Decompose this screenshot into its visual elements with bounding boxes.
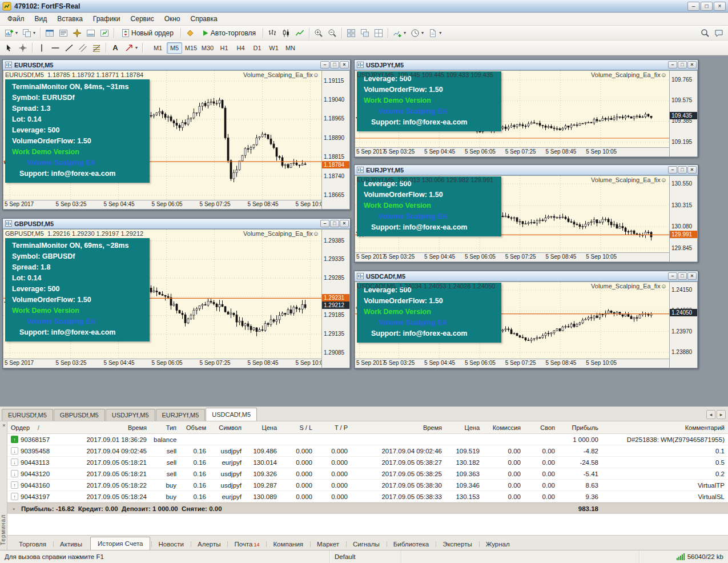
terminal-tab-3[interactable]: Новости xyxy=(151,538,191,550)
menu-item-0[interactable]: Файл xyxy=(2,13,30,25)
chart-close-button[interactable]: × xyxy=(687,61,697,69)
cursor-tool-button[interactable] xyxy=(2,42,16,54)
periods-button[interactable]: ▾ xyxy=(408,27,426,39)
strategy-tester-button[interactable] xyxy=(98,27,111,39)
data-window-button[interactable] xyxy=(57,27,70,39)
chart-tab-2[interactable]: USDJPYf,M5 xyxy=(106,409,155,421)
tabs-scroll-left-button[interactable]: ◂ xyxy=(706,410,715,419)
time-axis[interactable]: 5 Sep 20175 Sep 03:255 Sep 04:455 Sep 06… xyxy=(355,253,670,262)
history-row[interactable]: ↑904431972017.09.05 05:18:24buy0.16eurjp… xyxy=(7,491,728,502)
terminal-tab-5[interactable]: Почта14 xyxy=(227,538,266,550)
timeframe-button-m15[interactable]: M15 xyxy=(183,42,199,54)
minimize-button[interactable]: – xyxy=(687,2,699,11)
chart-restore-button[interactable]: □ xyxy=(678,272,687,280)
metaeditor-button[interactable] xyxy=(183,27,197,39)
restore-button[interactable]: □ xyxy=(701,2,713,11)
chart-close-button[interactable]: × xyxy=(687,166,697,174)
line-chart-button[interactable] xyxy=(293,27,307,39)
column-header-8[interactable]: Время xyxy=(351,424,445,431)
time-axis[interactable]: 5 Sep 20175 Sep 03:255 Sep 04:455 Sep 06… xyxy=(3,359,322,368)
chart-window-titlebar[interactable]: USDJPYf,M5 – □ × xyxy=(355,60,698,70)
chart-tab-3[interactable]: EURJPYf,M5 xyxy=(156,409,206,421)
column-header-6[interactable]: S / L xyxy=(280,424,316,431)
price-scale[interactable]: 130.550130.315130.080129.845129.991 xyxy=(670,176,697,253)
terminal-button[interactable] xyxy=(84,27,98,39)
chart-minimize-button[interactable]: – xyxy=(668,272,677,280)
chart-restore-button[interactable]: □ xyxy=(330,220,339,227)
chart-restore-button[interactable]: □ xyxy=(678,61,687,69)
column-header-7[interactable]: T / P xyxy=(316,424,351,431)
tabs-scroll-right-button[interactable]: ▸ xyxy=(717,410,726,419)
terminal-tab-1[interactable]: Активы xyxy=(53,538,89,550)
chat-button[interactable] xyxy=(712,27,726,39)
terminal-tab-0[interactable]: Торговля xyxy=(12,538,53,550)
chart-close-button[interactable]: × xyxy=(340,61,349,69)
menu-item-2[interactable]: Вставка xyxy=(52,13,88,25)
column-header-3[interactable]: Объем xyxy=(180,424,210,431)
terminal-tab-4[interactable]: Алерты xyxy=(191,538,227,550)
timeframe-button-m5[interactable]: M5 xyxy=(167,42,182,54)
terminal-tab-11[interactable]: Журнал xyxy=(479,538,517,550)
history-row[interactable]: ↑904431602017.09.05 05:18:22buy0.16usdjp… xyxy=(7,480,728,491)
history-row[interactable]: ↑903681572017.09.01 18:36:29balance1 000… xyxy=(7,434,728,445)
chart-window-titlebar[interactable]: EURJPYf,M5 – □ × xyxy=(355,165,698,175)
chart-window-titlebar[interactable]: EURUSDf,M5 – □ × xyxy=(3,60,350,70)
chart-restore-button[interactable]: □ xyxy=(330,61,339,69)
candlestick-chart-button[interactable] xyxy=(279,27,293,39)
market-watch-button[interactable] xyxy=(43,27,57,39)
terminal-tab-8[interactable]: Сигналы xyxy=(346,538,387,550)
column-header-4[interactable]: Символ xyxy=(210,424,245,431)
terminal-tab-9[interactable]: Библиотека xyxy=(387,538,436,550)
timeframe-button-m30[interactable]: M30 xyxy=(200,42,215,54)
terminal-tab-10[interactable]: Эксперты xyxy=(436,538,478,550)
crosshair-tool-button[interactable] xyxy=(16,42,30,54)
chart-minimize-button[interactable]: – xyxy=(320,61,329,69)
menu-item-6[interactable]: Справка xyxy=(186,13,223,25)
timeframe-button-h1[interactable]: H1 xyxy=(216,42,232,54)
terminal-tab-7[interactable]: Маркет xyxy=(310,538,346,550)
column-header-9[interactable]: Цена xyxy=(445,424,483,431)
new-order-button[interactable]: Новый ордер xyxy=(116,27,178,39)
timeframe-button-d1[interactable]: D1 xyxy=(250,42,265,54)
price-scale[interactable]: 1.241501.240601.239701.238801.24050 xyxy=(670,282,697,359)
menu-item-5[interactable]: Окно xyxy=(159,13,186,25)
column-header-2[interactable]: Тип xyxy=(150,424,180,431)
bar-chart-button[interactable] xyxy=(266,27,279,39)
indicators-button[interactable]: ▾ xyxy=(391,27,408,39)
column-header-0[interactable]: Ордер/ xyxy=(7,424,73,431)
close-button[interactable]: × xyxy=(714,2,726,11)
column-header-5[interactable]: Цена xyxy=(245,424,280,431)
terminal-tab-2[interactable]: История Счета xyxy=(90,537,151,550)
price-scale[interactable]: 1.293851.293351.292851.292351.291851.291… xyxy=(322,230,349,359)
zoom-in-button[interactable] xyxy=(312,27,325,39)
timeframe-button-h4[interactable]: H4 xyxy=(233,42,248,54)
time-axis[interactable]: 5 Sep 20175 Sep 03:255 Sep 04:455 Sep 06… xyxy=(3,200,322,209)
autotrading-button[interactable]: Авто-торговля xyxy=(197,27,260,39)
column-header-13[interactable]: Комментарий xyxy=(602,424,728,431)
time-axis[interactable]: 5 Sep 20175 Sep 03:255 Sep 04:455 Sep 06… xyxy=(355,359,670,368)
chart-plot-area[interactable]: Leverage: 500VolumeOrderFlow: 1.50Work D… xyxy=(355,71,670,148)
chart-plot-area[interactable]: Leverage: 500VolumeOrderFlow: 1.50Work D… xyxy=(355,176,670,253)
timeframe-button-mn[interactable]: MN xyxy=(283,42,298,54)
horizontal-line-tool-button[interactable] xyxy=(49,42,62,54)
templates-button[interactable]: ▾ xyxy=(426,27,444,39)
chart-minimize-button[interactable]: – xyxy=(668,166,677,174)
chart-tab-1[interactable]: GBPUSDf,M5 xyxy=(54,409,105,421)
menu-item-1[interactable]: Вид xyxy=(30,13,53,25)
column-header-1[interactable]: Время xyxy=(73,424,150,431)
time-axis[interactable]: 5 Sep 20175 Sep 03:255 Sep 04:455 Sep 06… xyxy=(355,148,670,156)
timeframe-button-w1[interactable]: W1 xyxy=(266,42,281,54)
column-header-12[interactable]: Прибыль xyxy=(558,424,602,431)
chart-window-titlebar[interactable]: GBPUSDf,M5 – □ × xyxy=(3,219,350,229)
history-row[interactable]: ↓904431132017.09.05 05:18:21sell0.16eurj… xyxy=(7,457,728,468)
chart-tab-0[interactable]: EURUSDf,M5 xyxy=(2,409,53,421)
trendline-tool-button[interactable] xyxy=(62,42,76,54)
window-titlebar[interactable]: 479102: FortFS-Real – □ × xyxy=(0,0,728,13)
chart-close-button[interactable]: × xyxy=(687,272,697,280)
terminal-tab-6[interactable]: Компания xyxy=(266,538,310,550)
new-chart-button[interactable]: ▾ xyxy=(2,27,20,39)
cascade-windows-button[interactable] xyxy=(358,27,372,39)
vertical-line-tool-button[interactable] xyxy=(35,42,49,54)
history-row[interactable]: ↓904431202017.09.05 05:18:21sell0.16usdj… xyxy=(7,468,728,480)
column-header-10[interactable]: Комиссия xyxy=(483,424,524,431)
